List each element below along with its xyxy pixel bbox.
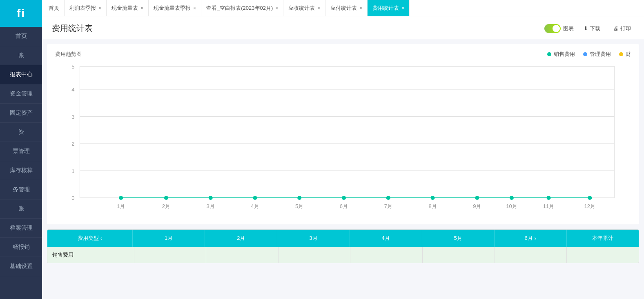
page-header: 费用统计表 图表 ⬇ 下载 🖨 打印 [42, 16, 644, 39]
tab-blank-report[interactable]: 查看_空白报表(2023年02月) × [201, 0, 283, 16]
svg-text:1月: 1月 [117, 203, 125, 209]
td-m6 [495, 247, 567, 263]
td-m1 [134, 247, 207, 263]
tab-bar: 首页 利润表季报 × 现金流量表 × 现金流量表季报 × 查看_空白报表(202… [42, 0, 644, 16]
sidebar-item-assets[interactable]: 固定资产 [0, 104, 42, 123]
page-title: 费用统计表 [52, 23, 93, 34]
sidebar-item-ledger[interactable]: 账 [0, 199, 42, 219]
tab-cashflow-quarterly[interactable]: 现金流量表季报 × [149, 0, 201, 16]
close-tab-2[interactable]: × [140, 5, 143, 11]
td-m3 [279, 247, 351, 263]
svg-point-25 [119, 196, 123, 200]
sidebar-item-bills[interactable]: 票管理 [0, 142, 42, 161]
svg-point-27 [209, 196, 213, 200]
svg-text:4月: 4月 [251, 203, 259, 209]
tab-payable[interactable]: 应付统计表 × [325, 0, 368, 16]
svg-point-29 [297, 196, 301, 200]
th-m6: 6月 › [495, 230, 567, 247]
sidebar-item-service[interactable]: 务管理 [0, 180, 42, 199]
sidebar-item-home[interactable]: 首页 [0, 27, 42, 46]
table-row: 销售费用 [47, 247, 639, 263]
legend-admin: 管理费用 [583, 51, 611, 58]
svg-point-30 [342, 196, 346, 200]
svg-point-33 [475, 196, 479, 200]
svg-text:12月: 12月 [584, 203, 596, 209]
svg-text:2月: 2月 [162, 203, 170, 209]
svg-text:11月: 11月 [543, 203, 555, 209]
table-header-row: 费用类型 ‹ 1月 2月 3月 4月 5月 6月 › 本年累计 [47, 230, 639, 247]
close-tab-5[interactable]: × [317, 5, 320, 11]
close-tab-6[interactable]: × [359, 5, 362, 11]
svg-text:3月: 3月 [207, 203, 215, 209]
chart-svg-area: 0 1 2 3 4 5 1月 2月 [55, 63, 631, 218]
nav-next-arrow[interactable]: › [535, 235, 537, 241]
main-area: 首页 利润表季报 × 现金流量表 × 现金流量表季报 × 查看_空白报表(202… [42, 0, 644, 299]
app-logo: fi [0, 0, 42, 27]
tab-receivable[interactable]: 应收统计表 × [283, 0, 325, 16]
chart-header: 费用趋势图 销售费用 管理费用 财 [55, 51, 631, 58]
svg-text:6月: 6月 [340, 203, 348, 209]
th-m2: 2月 [205, 230, 277, 247]
td-type: 销售费用 [47, 247, 134, 263]
download-button[interactable]: ⬇ 下载 [580, 23, 604, 34]
svg-text:10月: 10月 [506, 203, 517, 209]
sidebar-item-archive[interactable]: 档案管理 [0, 219, 42, 238]
th-m5: 5月 [422, 230, 495, 247]
svg-point-32 [431, 196, 435, 200]
sidebar-item-expense[interactable]: 畅报销 [0, 238, 42, 257]
chart-title: 费用趋势图 [55, 51, 82, 58]
th-m3: 3月 [277, 230, 350, 247]
expense-table: 费用类型 ‹ 1月 2月 3月 4月 5月 6月 › 本年累计 销售费用 [47, 229, 639, 263]
tab-expense-stats[interactable]: 费用统计表 × [368, 0, 410, 16]
sidebar-item-funds[interactable]: 资金管理 [0, 84, 42, 104]
svg-text:3: 3 [71, 114, 74, 120]
print-button[interactable]: 🖨 打印 [610, 23, 634, 34]
tab-cashflow[interactable]: 现金流量表 × [107, 0, 149, 16]
nav-prev-arrow[interactable]: ‹ [100, 235, 103, 241]
th-m1: 1月 [133, 230, 205, 247]
close-tab-4[interactable]: × [275, 5, 278, 11]
svg-text:0: 0 [71, 195, 74, 201]
chart-toggle-label: 图表 [563, 25, 574, 32]
th-m4: 4月 [350, 230, 422, 247]
sidebar-item-account[interactable]: 账 [0, 46, 42, 65]
td-m5 [423, 247, 495, 263]
sidebar-item-inventory[interactable]: 库存核算 [0, 161, 42, 180]
chart-toggle-wrap: 图表 [544, 24, 574, 33]
chart-toggle[interactable] [544, 24, 561, 33]
svg-point-31 [386, 196, 390, 200]
close-tab-1[interactable]: × [98, 5, 101, 11]
svg-text:7月: 7月 [384, 203, 392, 209]
sidebar-item-capital[interactable]: 资 [0, 123, 42, 142]
svg-rect-12 [80, 66, 614, 198]
svg-point-35 [547, 196, 551, 200]
svg-point-26 [164, 196, 168, 200]
close-tab-7[interactable]: × [401, 5, 404, 11]
legend-dot-sales [547, 52, 551, 56]
svg-text:9月: 9月 [473, 203, 481, 209]
svg-text:5月: 5月 [295, 203, 303, 209]
legend-finance: 财 [619, 51, 631, 58]
content-area: 费用统计表 图表 ⬇ 下载 🖨 打印 费用趋势图 [42, 16, 644, 299]
td-m4 [350, 247, 423, 263]
svg-point-28 [253, 196, 257, 200]
chart-legend: 销售费用 管理费用 财 [547, 51, 631, 58]
svg-point-34 [510, 196, 514, 200]
legend-sales: 销售费用 [547, 51, 575, 58]
svg-text:5: 5 [71, 64, 74, 70]
print-icon: 🖨 [613, 25, 619, 31]
tab-home[interactable]: 首页 [44, 0, 65, 16]
header-actions: 图表 ⬇ 下载 🖨 打印 [544, 23, 634, 34]
sidebar-item-settings[interactable]: 基础设置 [0, 257, 42, 276]
close-tab-3[interactable]: × [193, 5, 196, 11]
legend-dot-admin [583, 52, 587, 56]
download-icon: ⬇ [584, 25, 588, 31]
td-total [567, 247, 639, 263]
line-chart-svg: 0 1 2 3 4 5 1月 2月 [55, 63, 631, 218]
legend-label-sales: 销售费用 [554, 51, 575, 58]
legend-dot-finance [619, 52, 623, 56]
legend-label-admin: 管理费用 [590, 51, 611, 58]
svg-text:8月: 8月 [428, 203, 437, 209]
tab-profit-quarterly[interactable]: 利润表季报 × [65, 0, 107, 16]
sidebar-item-reports[interactable]: 报表中心 [0, 65, 42, 84]
